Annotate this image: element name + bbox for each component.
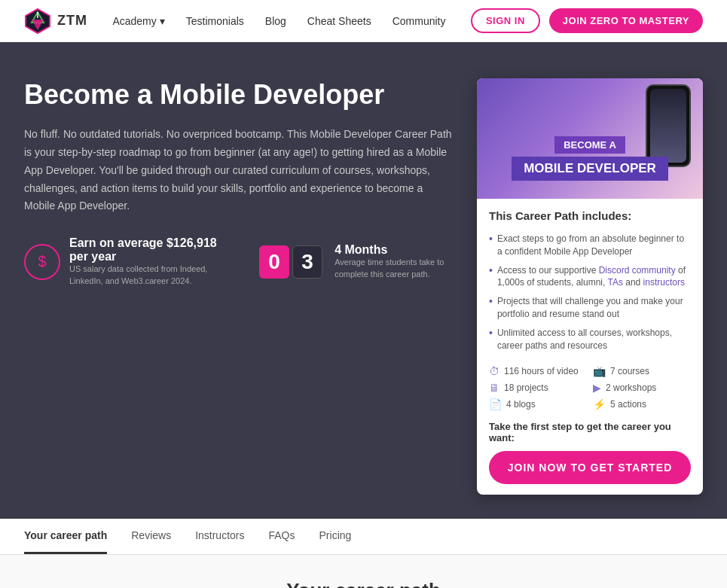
hero-left: Become a Mobile Developer No fluff. No o… [24,78,453,495]
nav-cheatsheets[interactable]: Cheat Sheets [307,15,371,27]
chevron-down-icon: ▾ [160,15,165,27]
signin-button[interactable]: SIGN IN [471,8,540,33]
tv-icon: 📺 [593,365,606,377]
monitor-icon: 🖥 [489,382,499,394]
hero-stats: $ Earn on average $126,918 per year US s… [24,236,453,287]
months-title: 4 Months [334,243,453,257]
card-body: This Career Path includes: Exact steps t… [477,199,703,495]
navbar: ZTM Academy ▾ Testimonials Blog Cheat Sh… [0,0,727,42]
play-icon: ▶ [593,382,601,394]
months-subtitle: Average time students take to complete t… [334,257,453,280]
nav-actions: SIGN IN JOIN ZERO TO MASTERY [471,8,703,33]
tabs-bar: Your career path Reviews Instructors FAQ… [0,519,727,555]
list-item: Projects that will challenge you and mak… [489,292,691,324]
logo[interactable]: ZTM [24,8,87,35]
meta-workshops: ▶ 2 workshops [593,382,691,394]
document-icon: 📄 [489,398,502,410]
course-card: BECOME A MOBILE DEVELOPER This Career Pa… [477,78,703,495]
ztm-logo-icon [24,8,51,35]
nav-testimonials[interactable]: Testimonials [186,15,244,27]
course-card-container: BECOME A MOBILE DEVELOPER This Career Pa… [477,78,703,495]
meta-courses: 📺 7 courses [593,365,691,377]
join-now-button[interactable]: JOIN NOW TO GET STARTED [489,451,691,484]
section-title: Your career path [24,579,703,588]
nav-community[interactable]: Community [393,15,446,27]
salary-title: Earn on average $126,918 per year [69,236,235,264]
card-image-label-small: BECOME A [554,136,625,154]
months-text: 4 Months Average time students take to c… [334,243,453,280]
months-stat: 0 3 4 Months Average time students take … [259,243,453,280]
lightning-icon: ⚡ [593,398,606,410]
list-item: Unlimited access to all courses, worksho… [489,324,691,355]
months-digit-3: 3 [292,245,322,279]
hero-section: Become a Mobile Developer No fluff. No o… [0,42,727,519]
card-image-overlay: BECOME A MOBILE DEVELOPER [477,136,703,181]
nav-blog[interactable]: Blog [265,15,286,27]
months-digits: 0 3 [259,245,322,279]
meta-blogs: 📄 4 blogs [489,398,587,410]
tab-instructors[interactable]: Instructors [195,519,244,554]
list-item: Exact steps to go from an absolute begin… [489,230,691,261]
card-meta-grid: ⏱ 116 hours of video 📺 7 courses 🖥 18 pr… [489,365,691,410]
months-digit-0: 0 [259,245,289,279]
meta-projects: 🖥 18 projects [489,382,587,394]
hero-title: Become a Mobile Developer [24,78,453,111]
list-item: Access to our supportive Discord communi… [489,261,691,293]
instructors-link[interactable]: instructors [643,277,685,288]
tab-career-path[interactable]: Your career path [24,519,107,554]
hero-description: No fluff. No outdated tutorials. No over… [24,126,453,215]
ta-link[interactable]: TAs [607,277,622,288]
card-image: BECOME A MOBILE DEVELOPER [477,78,703,199]
tab-faqs[interactable]: FAQs [269,519,295,554]
card-subtitle: This Career Path includes: [489,209,691,222]
join-button[interactable]: JOIN ZERO TO MASTERY [549,8,703,33]
meta-actions: ⚡ 5 actions [593,398,691,410]
card-includes-list: Exact steps to go from an absolute begin… [489,230,691,355]
salary-subtitle: US salary data collected from Indeed, Li… [69,264,235,287]
main-content: Your career path WHAT YOU'LL LEARN ✓ Bui… [0,555,727,588]
salary-stat: $ Earn on average $126,918 per year US s… [24,236,235,287]
nav-academy[interactable]: Academy ▾ [112,15,164,27]
discord-link[interactable]: Discord community [599,265,676,276]
brand-name: ZTM [57,13,87,29]
tab-reviews[interactable]: Reviews [131,519,171,554]
clock-icon: ⏱ [489,365,499,377]
meta-video-hours: ⏱ 116 hours of video [489,365,587,377]
salary-icon: $ [24,244,60,280]
salary-text: Earn on average $126,918 per year US sal… [69,236,235,287]
card-cta-text: Take the first step to get the career yo… [489,421,691,443]
nav-links: Academy ▾ Testimonials Blog Cheat Sheets… [112,15,445,27]
card-image-label-big: MOBILE DEVELOPER [512,157,668,181]
tab-pricing[interactable]: Pricing [319,519,352,554]
